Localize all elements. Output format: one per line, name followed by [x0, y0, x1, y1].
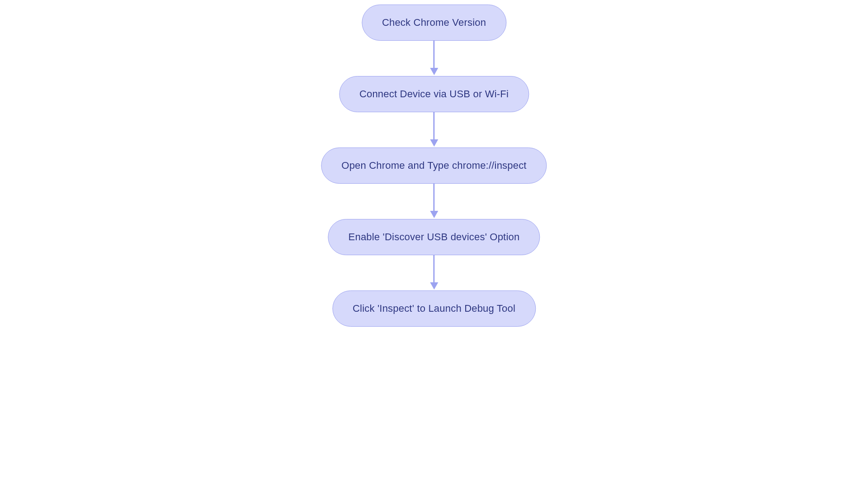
arrow-head-icon [430, 282, 438, 290]
flowchart-node-5: Click 'Inspect' to Launch Debug Tool [332, 290, 536, 327]
arrow-line-icon [434, 255, 435, 283]
arrow-head-icon [430, 68, 438, 75]
flowchart-node-4: Enable 'Discover USB devices' Option [328, 219, 540, 255]
arrow-connector [429, 184, 439, 219]
node-label: Click 'Inspect' to Launch Debug Tool [353, 303, 515, 314]
flowchart-node-2: Connect Device via USB or Wi-Fi [339, 76, 529, 112]
flowchart-node-1: Check Chrome Version [362, 5, 506, 41]
arrow-line-icon [434, 184, 435, 212]
node-label: Check Chrome Version [382, 17, 486, 28]
arrow-connector [429, 112, 439, 147]
arrow-connector [429, 41, 439, 76]
node-label: Enable 'Discover USB devices' Option [349, 231, 520, 243]
arrow-head-icon [430, 139, 438, 147]
arrow-connector [429, 255, 439, 290]
arrow-head-icon [430, 211, 438, 218]
flowchart-container: Check Chrome Version Connect Device via … [321, 5, 547, 327]
arrow-line-icon [434, 112, 435, 140]
node-label: Connect Device via USB or Wi-Fi [359, 88, 509, 100]
node-label: Open Chrome and Type chrome://inspect [341, 160, 526, 171]
arrow-line-icon [434, 41, 435, 69]
flowchart-node-3: Open Chrome and Type chrome://inspect [321, 147, 547, 184]
